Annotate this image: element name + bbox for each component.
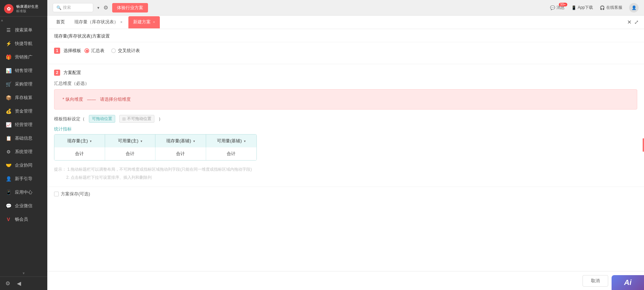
stat-header-1[interactable]: 可用量(主) ▾: [105, 135, 156, 147]
settings-bottom-icon[interactable]: ⚙: [5, 280, 10, 287]
sidebar-item-app-center[interactable]: 📱 应用中心: [0, 186, 47, 199]
sidebar-item-enterprise[interactable]: 🤝 企业协同: [0, 159, 47, 172]
tab-inventory[interactable]: 现存量（库存状况表） ×: [70, 16, 127, 28]
vertical-label: * 纵向维度: [63, 96, 83, 102]
hint-1: 2. 点击标题栏下拉可设置排序、插入列和删除列: [66, 175, 152, 180]
dimension-placeholder: 请选择分组维度: [100, 96, 131, 102]
stat-header-2-chevron: ▾: [193, 139, 195, 143]
topbar-settings-btn[interactable]: ⚙: [103, 4, 108, 11]
app-center-icon: 📱: [5, 189, 11, 195]
sidebar-item-quicknav[interactable]: ⚡ 快捷导航: [0, 37, 47, 50]
resize-handle[interactable]: [643, 138, 644, 152]
radio-cross[interactable]: 交叉统计表: [111, 48, 140, 54]
page-title: 现存量(库存状况表)方案设置: [54, 33, 110, 39]
stat-cell-0-3: 合计: [206, 147, 257, 160]
sidebar-item-sales-label: 销售管理: [15, 68, 32, 74]
sidebar-item-search[interactable]: ☰ 搜索菜单: [0, 23, 47, 37]
stat-cell-0-1: 合计: [105, 147, 156, 160]
tab-inventory-close[interactable]: ×: [120, 20, 122, 24]
message-icon: 💬: [550, 5, 555, 10]
sidebar-item-newbie[interactable]: 👤 新手引导: [0, 172, 47, 186]
sidebar-item-basic-info[interactable]: 📋 基础信息: [0, 131, 47, 145]
sidebar-item-operations[interactable]: 📈 经营管理: [0, 118, 47, 131]
template-indicator-prefix: 模板指标设定（: [54, 116, 85, 122]
topbar-search[interactable]: 🔍 搜索: [53, 3, 93, 12]
member-icon: V: [5, 216, 11, 222]
tab-inventory-label: 现存量（库存状况表）: [74, 19, 118, 25]
logo-icon: ✿: [4, 4, 14, 14]
wechat-icon: 💬: [5, 203, 11, 209]
step1-num: 1: [54, 48, 60, 54]
save-checkbox[interactable]: [54, 192, 59, 196]
template-indicator-suffix: ）: [158, 116, 163, 122]
sidebar-item-finance[interactable]: 💰 资金管理: [0, 104, 47, 118]
dimension-box: * 纵向维度 —— 请选择分组维度: [54, 89, 637, 110]
template-indicator-label-row: 模板指标设定（ 可拖动位置 不可拖动位置 ）: [54, 115, 637, 123]
newbie-icon: 👤: [5, 176, 11, 182]
save-checkbox-wrapper[interactable]: 方案保存(可选): [54, 191, 90, 197]
hint-0: 1.拖动标题栏可以调整布局，不可跨维度或指标区域拖动列字段(只能在同一维度或指标…: [67, 167, 252, 172]
window-close-btn[interactable]: ✕: [627, 19, 631, 25]
sidebar: ✿ 畅康通好生意 标准版 ▲ ☰ 搜索菜单 ⚡ 快捷导航 🎁 营销推广 📊 销售…: [0, 0, 47, 290]
tabs-right-actions: ✕ ⤢: [627, 19, 639, 25]
search-menu-icon: ☰: [5, 27, 11, 33]
stat-header-1-label: 可用量(主): [118, 138, 139, 144]
stats-table: 现存量(主) ▾ 可用量(主) ▾ 现存量(基辅) ▾ 可用量(基辅): [54, 134, 257, 161]
sidebar-item-purchase[interactable]: 🛒 采购管理: [0, 77, 47, 91]
step1-title: 选择模板: [64, 48, 81, 54]
sidebar-item-wechat-label: 企业微信: [15, 203, 32, 209]
stat-header-2[interactable]: 现存量(基辅) ▾: [155, 135, 206, 147]
stat-header-3[interactable]: 可用量(基辅) ▾: [206, 135, 257, 147]
radio-cross-label: 交叉统计表: [118, 48, 140, 54]
sidebar-item-sales[interactable]: 📊 销售管理: [0, 64, 47, 77]
stats-table-header: 现存量(主) ▾ 可用量(主) ▾ 现存量(基辅) ▾ 可用量(基辅): [54, 135, 256, 147]
sidebar-item-purchase-label: 采购管理: [15, 81, 32, 87]
sidebar-item-wechat[interactable]: 💬 企业微信: [0, 199, 47, 213]
non-draggable-badge: 不可拖动位置: [119, 115, 154, 123]
topbar-dropdown-btn[interactable]: ▾: [97, 5, 99, 10]
save-label: 方案保存(可选): [61, 191, 90, 197]
stat-header-3-label: 可用量(基辅): [217, 138, 242, 144]
tab-new-plan-close[interactable]: ×: [153, 20, 155, 24]
tab-new-plan[interactable]: 新建方案 ×: [128, 16, 159, 28]
operations-icon: 📈: [5, 122, 11, 128]
stat-header-1-chevron: ▾: [141, 139, 142, 143]
section-1: 1 选择模板 汇总表 交叉统计表: [47, 42, 644, 64]
sidebar-item-inventory-label: 库存核算: [15, 95, 32, 101]
hints-section: 提示： 1.拖动标题栏可以调整布局，不可跨维度或指标区域拖动列字段(只能在同一维…: [54, 166, 637, 181]
tab-new-plan-label: 新建方案: [133, 19, 151, 25]
topbar-trial-btn[interactable]: 体验行业方案: [112, 3, 148, 13]
sidebar-item-quicknav-label: 快捷导航: [15, 41, 32, 47]
cancel-button[interactable]: 取消: [583, 275, 608, 287]
user-avatar[interactable]: 👤: [629, 3, 639, 13]
tabs-bar: 首页 现存量（库存状况表） × 新建方案 × ✕ ⤢: [47, 16, 644, 29]
page-header: 现存量(库存状况表)方案设置: [47, 29, 644, 42]
dimension-dash: ——: [87, 97, 96, 102]
window-expand-btn[interactable]: ⤢: [634, 19, 639, 25]
stat-header-0[interactable]: 现存量(主) ▾: [54, 135, 105, 147]
tab-home[interactable]: 首页: [53, 16, 68, 28]
online-service-btn[interactable]: 🎧 在线客服: [600, 5, 622, 10]
app-download-btn[interactable]: 📱 App下载: [571, 5, 593, 10]
app-download-icon: 📱: [571, 5, 576, 10]
ai-badge[interactable]: Ai: [612, 275, 644, 290]
messages-btn[interactable]: 💬 消息 99+: [550, 5, 565, 10]
sidebar-scroll-down[interactable]: ▼: [22, 271, 26, 275]
step2-title: 方案配置: [64, 70, 81, 76]
sidebar-scroll-up[interactable]: ▲: [0, 18, 4, 22]
stat-title: 统计指标: [54, 126, 637, 132]
sidebar-item-inventory[interactable]: 📦 库存核算: [0, 91, 47, 104]
basic-info-icon: 📋: [5, 135, 11, 141]
sidebar-item-enterprise-label: 企业协同: [15, 162, 32, 168]
marketing-icon: 🎁: [5, 54, 11, 60]
sidebar-item-marketing[interactable]: 🎁 营销推广: [0, 50, 47, 64]
sidebar-item-system[interactable]: ⚙ 系统管理: [0, 145, 47, 159]
summary-dimension-label: 汇总维度（必选）: [54, 80, 637, 87]
content-area: 现存量(库存状况表)方案设置 1 选择模板 汇总表 交叉统计表: [47, 29, 644, 271]
radio-summary[interactable]: 汇总表: [84, 48, 104, 54]
finance-icon: 💰: [5, 108, 11, 114]
sidebar-logo: ✿ 畅康通好生意 标准版: [0, 0, 47, 17]
sidebar-item-member[interactable]: V 畅会员: [0, 213, 47, 226]
collapse-icon[interactable]: ◀: [17, 280, 21, 287]
template-radio-group: 汇总表 交叉统计表: [84, 48, 140, 54]
